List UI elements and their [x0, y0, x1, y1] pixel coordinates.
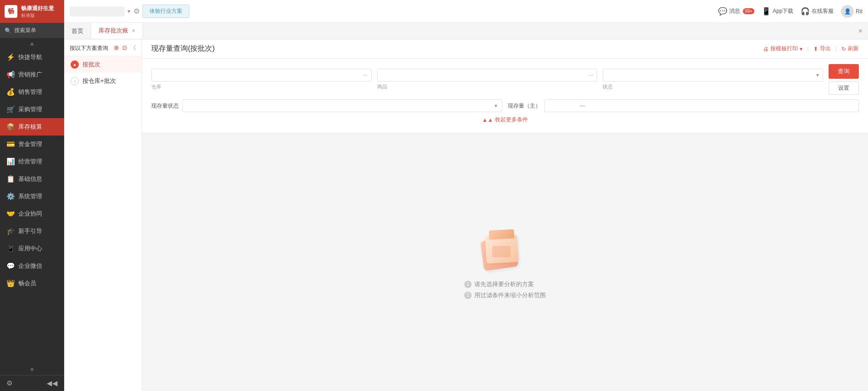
tab-spacer [143, 23, 853, 39]
sidebar-app-title: 畅康通好生意 [21, 5, 54, 12]
filter-status-input[interactable] [603, 69, 813, 81]
box-lid [489, 229, 515, 239]
collapse-up-icon: ▲▲ [482, 117, 493, 123]
divider2: | [835, 45, 837, 52]
sidebar-item-newbie-label: 新手引导 [18, 227, 42, 235]
filter-row-2: 现存量状态 ▾ 现存量（主） — [151, 99, 859, 112]
left-panel-header: 按以下方案查询 ⊕ ⊙ 《 [64, 39, 142, 56]
customer-service-group[interactable]: 🎧 在线客服 [801, 7, 834, 16]
sidebar-item-sales[interactable]: 💰 销售管理 [0, 83, 64, 101]
phone-icon: 📱 [762, 7, 771, 16]
print-action[interactable]: 🖨 按模板打印 ▾ [763, 45, 802, 53]
filter-product-label: 商品 [377, 83, 598, 90]
filter-inventory-status-item: 现存量状态 ▾ [151, 99, 502, 112]
sidebar-item-basic[interactable]: 📋 基础信息 [0, 170, 64, 188]
sidebar-item-operations[interactable]: 📊 经营管理 [0, 153, 64, 170]
box-face [492, 246, 511, 257]
left-panel-item-warehouse-batch-label: 按仓库+批次 [82, 77, 116, 85]
page-header-actions: 🖨 按模板打印 ▾ | ⬆ 导出 | ↻ 刷新 [763, 45, 859, 53]
filter-product-input[interactable] [378, 69, 585, 81]
filter-actions: 查询 设置 [829, 64, 859, 95]
sidebar-item-newbie[interactable]: 🎓 新手引导 [0, 223, 64, 240]
app-download-group[interactable]: 📱 App下载 [762, 7, 793, 16]
filter-inventory-qty-range: — [544, 99, 859, 112]
marketing-icon: 📢 [6, 71, 15, 79]
topbar: ▾ ⚙ 体验行业方案 💬 消息 99+ 📱 App下载 🎧 在线客服 👤 Rit [64, 0, 868, 23]
username: Rit [856, 8, 863, 15]
system-icon: ⚙️ [6, 192, 15, 201]
sidebar-search[interactable]: 🔍 搜索菜单 [0, 23, 64, 38]
user-group[interactable]: 👤 Rit [841, 5, 863, 18]
topbar-left: ▾ ⚙ 体验行业方案 [70, 5, 714, 18]
qty-range-dash: — [580, 103, 585, 109]
print-arrow: ▾ [800, 46, 802, 52]
empty-illustration [478, 225, 533, 276]
finance-icon: 💳 [6, 140, 15, 148]
sidebar-item-membership[interactable]: 👑 畅会员 [0, 275, 64, 292]
tab-home[interactable]: 首页 [64, 23, 91, 39]
messages-group[interactable]: 💬 消息 99+ [718, 7, 754, 16]
sidebar-item-inventory[interactable]: 📦 库存核算 [0, 118, 64, 136]
query-button[interactable]: 查询 [829, 64, 859, 79]
divider1: | [807, 45, 808, 52]
refresh-label: 刷新 [848, 45, 859, 53]
experience-btn[interactable]: 体验行业方案 [143, 5, 189, 18]
left-panel-actions: ⊕ ⊙ 《 [114, 44, 136, 52]
collapse-panel-icon[interactable]: 《 [130, 44, 136, 52]
tab-close-icon[interactable]: × [132, 27, 135, 34]
tip-num-2: 2 [464, 292, 472, 299]
sidebar-item-marketing[interactable]: 📢 营销推广 [0, 66, 64, 83]
filter-row-1: ··· 仓库 ··· 商品 ▾ [151, 64, 859, 95]
sidebar-bottom: ⚙ ◀◀ [0, 375, 64, 391]
left-panel-item-warehouse-batch[interactable]: ○ 按仓库+批次 [64, 73, 142, 89]
sidebar-item-quick-nav-label: 快捷导航 [18, 53, 42, 61]
filter-qty-max-input[interactable] [588, 103, 615, 109]
sidebar-item-enterprise[interactable]: 🤝 企业协同 [0, 205, 64, 223]
sidebar-item-purchase[interactable]: 🛒 采购管理 [0, 101, 64, 118]
dropdown-arrow-icon: ▾ [494, 103, 497, 109]
filter-product-more[interactable]: ··· [585, 72, 597, 78]
avatar: 👤 [841, 5, 854, 18]
filter-collapse[interactable]: ▲▲ 收起更多条件 [151, 112, 859, 127]
settings-button[interactable]: 设置 [829, 81, 859, 95]
sidebar-header: 畅 畅康通好生意 标准版 [0, 0, 64, 23]
left-panel-title: 按以下方案查询 [70, 44, 108, 52]
messages-label: 消息 [729, 7, 740, 15]
sidebar-item-marketing-label: 营销推广 [18, 71, 42, 79]
app-download-label: App下载 [773, 7, 793, 15]
filter-status-dropdown-icon[interactable]: ▾ [813, 72, 823, 78]
topbar-gear-icon[interactable]: ⚙ [133, 7, 140, 16]
sidebar-item-wechat[interactable]: 💬 企业微信 [0, 257, 64, 275]
sales-icon: 💰 [6, 88, 15, 96]
filter-inventory-status-dropdown[interactable]: ▾ [182, 99, 502, 112]
sidebar-item-appstore[interactable]: 📱 应用中心 [0, 240, 64, 257]
left-panel-item-batch[interactable]: ● 按批次 [64, 56, 142, 73]
sidebar-scroll-up[interactable]: ▲ [0, 38, 64, 49]
filter-qty-min-input[interactable] [549, 103, 577, 109]
tab-panel-close[interactable]: × [853, 23, 868, 39]
filter-warehouse-more[interactable]: ··· [359, 72, 371, 78]
topbar-search-input[interactable] [70, 6, 125, 16]
operations-icon: 📊 [6, 157, 15, 166]
topbar-chevron-icon[interactable]: ▾ [127, 8, 131, 15]
sidebar-nav: ⚡ 快捷导航 📢 营销推广 💰 销售管理 🛒 采购管理 📦 库存核算 💳 资金管… [0, 49, 64, 364]
filter-product-group: ··· 商品 [377, 69, 598, 90]
filter-warehouse-label: 仓库 [151, 83, 372, 90]
appstore-icon: 📱 [6, 244, 15, 253]
collapse-sidebar-icon[interactable]: ◀◀ [47, 379, 58, 387]
sidebar-item-quick-nav[interactable]: ⚡ 快捷导航 [0, 49, 64, 66]
refresh-action[interactable]: ↻ 刷新 [841, 45, 859, 53]
sidebar-item-system[interactable]: ⚙️ 系统管理 [0, 188, 64, 205]
settings-icon[interactable]: ⚙ [6, 379, 12, 387]
sidebar-item-finance[interactable]: 💳 资金管理 [0, 136, 64, 153]
settings-scheme-icon[interactable]: ⊙ [122, 44, 127, 52]
tab-inventory-batch[interactable]: 库存批次账 × [91, 23, 143, 39]
warehouse-batch-dot: ○ [71, 77, 79, 85]
customer-service-label: 在线客服 [812, 7, 834, 15]
search-icon: 🔍 [5, 27, 11, 34]
export-action[interactable]: ⬆ 导出 [813, 45, 831, 53]
sidebar-scroll-down[interactable]: ▼ [0, 364, 64, 375]
filter-warehouse-input[interactable] [152, 69, 359, 81]
add-scheme-icon[interactable]: ⊕ [114, 44, 119, 52]
tip-num-1: 1 [464, 281, 472, 288]
